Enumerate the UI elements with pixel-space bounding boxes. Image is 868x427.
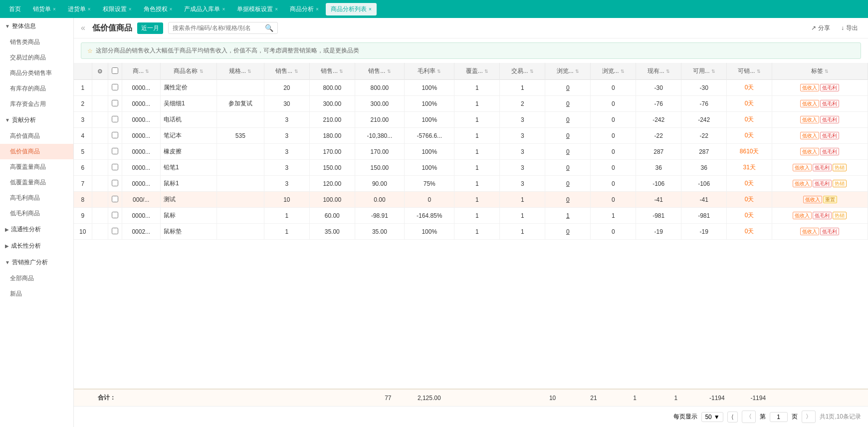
cell-checkbox[interactable] [108, 80, 122, 96]
search-icon[interactable]: 🔍 [265, 24, 273, 32]
share-button[interactable]: ↗ 分享 [808, 22, 833, 34]
nav-close-sales[interactable]: × [53, 6, 56, 12]
cell-checkbox[interactable] [108, 192, 122, 208]
first-page-btn[interactable]: ⟨ [727, 412, 738, 423]
sidebar-section-contribution[interactable]: ▼ 贡献分析 [0, 112, 73, 128]
cell-browse-uv[interactable]: 0 [545, 80, 591, 96]
sidebar-section-overall[interactable]: ▼ 整体信息 [0, 18, 73, 34]
cell-browse-uv[interactable]: 0 [545, 144, 591, 160]
row-checkbox[interactable] [112, 132, 118, 138]
th-stock[interactable]: 现有... ⇅ [636, 63, 681, 80]
nav-product-inbound[interactable]: 产成品入库单 × [179, 3, 230, 15]
period-button[interactable]: 近一月 [137, 22, 163, 34]
cell-checkbox[interactable] [108, 224, 122, 240]
browse-uv-link[interactable]: 1 [566, 212, 570, 219]
nav-sales-order[interactable]: 销货单 × [28, 3, 61, 15]
browse-uv-link[interactable]: 0 [566, 132, 570, 139]
browse-uv-link[interactable]: 0 [566, 164, 570, 171]
nav-close-analysis[interactable]: × [316, 6, 319, 12]
th-trade-num[interactable]: 交易... ⇅ [500, 63, 545, 80]
nav-close-analysis-list[interactable]: × [369, 6, 372, 12]
cell-browse-uv[interactable]: 0 [545, 176, 591, 192]
sidebar-item-low-value[interactable]: 低价值商品 [0, 144, 73, 159]
th-checkbox[interactable] [108, 63, 122, 80]
nav-close-role[interactable]: × [170, 6, 173, 12]
cell-checkbox[interactable] [108, 112, 122, 128]
browse-uv-link[interactable]: 0 [566, 100, 570, 107]
th-gear[interactable]: ⚙ [92, 63, 108, 80]
browse-uv-link[interactable]: 0 [566, 196, 570, 203]
row-checkbox[interactable] [112, 164, 118, 170]
prev-page-btn[interactable]: 〈 [742, 411, 756, 423]
th-coverage[interactable]: 覆盖... ⇅ [454, 63, 500, 80]
sidebar-item-low-coverage[interactable]: 低覆盖量商品 [0, 175, 73, 190]
nav-purchase[interactable]: 进货单 × [63, 3, 96, 15]
sidebar-item-new-goods[interactable]: 新品 [0, 286, 73, 302]
th-browse-uv[interactable]: 浏览... ⇅ [545, 63, 591, 80]
th-gross-rate[interactable]: 毛利率 ⇅ [405, 63, 454, 80]
nav-close-inbound[interactable]: × [222, 6, 225, 12]
select-all-checkbox[interactable] [112, 67, 118, 74]
cell-browse-uv[interactable]: 1 [545, 208, 591, 224]
cell-checkbox[interactable] [108, 160, 122, 176]
nav-home[interactable]: 首页 [4, 3, 26, 15]
cell-checkbox[interactable] [108, 176, 122, 192]
cell-checkbox[interactable] [108, 96, 122, 112]
row-checkbox[interactable] [112, 196, 118, 202]
browse-uv-link[interactable]: 0 [566, 228, 570, 235]
sidebar-item-stock-capital[interactable]: 库存资金占用 [0, 96, 73, 112]
row-checkbox[interactable] [112, 100, 118, 106]
sidebar-item-sales-goods[interactable]: 销售类商品 [0, 34, 73, 50]
cell-checkbox[interactable] [108, 208, 122, 224]
row-checkbox[interactable] [112, 116, 118, 122]
cell-browse-uv[interactable]: 0 [545, 96, 591, 112]
cell-browse-uv[interactable]: 0 [545, 192, 591, 208]
row-checkbox[interactable] [112, 84, 118, 90]
th-saleable[interactable]: 可销... ⇅ [727, 63, 772, 80]
sidebar-item-all-goods[interactable]: 全部商品 [0, 271, 73, 286]
cell-checkbox[interactable] [108, 128, 122, 144]
sidebar-item-low-margin[interactable]: 低毛利商品 [0, 206, 73, 221]
row-checkbox[interactable] [112, 148, 118, 154]
nav-close-permissions[interactable]: × [129, 6, 132, 12]
next-page-btn[interactable]: 〉 [802, 411, 816, 423]
sidebar-section-marketing[interactable]: ▼ 营销推广分析 [0, 254, 73, 271]
nav-product-analysis[interactable]: 商品分析 × [285, 3, 324, 15]
nav-close-purchase[interactable]: × [88, 6, 91, 12]
nav-template[interactable]: 单据模板设置 × [232, 3, 283, 15]
browse-uv-link[interactable]: 0 [566, 180, 570, 187]
search-input[interactable] [173, 24, 262, 31]
row-checkbox[interactable] [112, 212, 118, 218]
th-tags[interactable]: 标签 ⇅ [772, 63, 868, 80]
sidebar-item-high-value[interactable]: 高价值商品 [0, 128, 73, 144]
page-number-input[interactable] [770, 412, 788, 422]
sidebar-collapse-btn[interactable]: « [81, 23, 85, 32]
th-sale-amt[interactable]: 销售... ⇅ [309, 63, 355, 80]
th-name[interactable]: 商品名称 ⇅ [160, 63, 217, 80]
browse-uv-link[interactable]: 0 [566, 148, 570, 155]
sidebar-section-liquidity[interactable]: ▶ 流通性分析 [0, 221, 73, 238]
sidebar-item-traded-goods[interactable]: 交易过的商品 [0, 50, 73, 65]
th-sale-qty[interactable]: 销售... ⇅ [264, 63, 309, 80]
sidebar-section-growth[interactable]: ▶ 成长性分析 [0, 238, 73, 254]
cell-browse-uv[interactable]: 0 [545, 112, 591, 128]
nav-role-auth[interactable]: 角色授权 × [139, 3, 178, 15]
th-spec[interactable]: 规格... ⇅ [217, 63, 264, 80]
browse-uv-link[interactable]: 0 [566, 116, 570, 123]
nav-close-template[interactable]: × [275, 6, 278, 12]
cell-browse-uv[interactable]: 0 [545, 128, 591, 144]
sidebar-item-category-rate[interactable]: 商品分类销售率 [0, 65, 73, 81]
th-available[interactable]: 可用... ⇅ [681, 63, 727, 80]
cell-browse-uv[interactable]: 0 [545, 160, 591, 176]
sidebar-item-in-stock[interactable]: 有库存的商品 [0, 81, 73, 96]
sidebar-item-high-coverage[interactable]: 高覆盖量商品 [0, 159, 73, 175]
th-browse-pv[interactable]: 浏览... ⇅ [591, 63, 636, 80]
browse-uv-link[interactable]: 0 [566, 84, 570, 91]
th-sale-avg[interactable]: 销售... ⇅ [355, 63, 404, 80]
row-checkbox[interactable] [112, 180, 118, 186]
export-button[interactable]: ↓ 导出 [838, 22, 861, 34]
cell-browse-uv[interactable]: 0 [545, 224, 591, 240]
nav-analysis-list[interactable]: 商品分析列表 × [326, 3, 377, 15]
th-code[interactable]: 商... ⇅ [122, 63, 160, 80]
nav-permissions[interactable]: 权限设置 × [98, 3, 137, 15]
